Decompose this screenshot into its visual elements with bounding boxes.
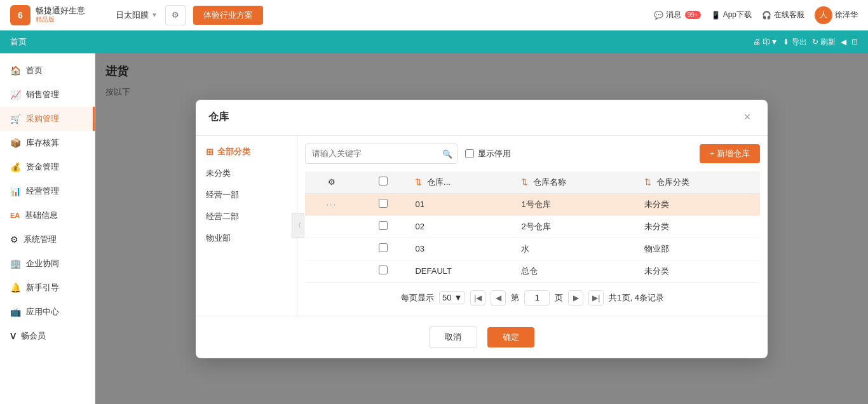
warehouse-modal: 仓库 × ⊞ 全部分类 未分类 经营一: [196, 100, 768, 358]
category-collapse-button[interactable]: 《: [292, 213, 304, 238]
trial-button[interactable]: 体验行业方案: [193, 6, 263, 25]
sidebar-item-member[interactable]: V 畅会员: [0, 324, 95, 348]
apps-icon: 📺: [10, 307, 21, 317]
sort-icon-category: ⇅: [644, 177, 651, 187]
online-service-action[interactable]: 🎧 在线客服: [762, 10, 804, 20]
sidebar-item-apps[interactable]: 📺 应用中心: [0, 300, 95, 324]
sidebar-item-operations[interactable]: 📊 经营管理: [0, 179, 95, 203]
message-icon: 💬: [654, 11, 663, 20]
confirm-button[interactable]: 确定: [487, 327, 534, 347]
collapse-icon[interactable]: ◀: [841, 37, 846, 46]
row-actions: [305, 238, 358, 260]
row-name: 2号仓库: [513, 215, 637, 238]
export-action[interactable]: ⬇ 导出: [783, 37, 806, 48]
row-name: 水: [513, 238, 637, 260]
inventory-icon: 📦: [10, 138, 21, 148]
category-item-unclassified[interactable]: 未分类: [196, 163, 297, 184]
system-icon: ⚙: [10, 234, 18, 245]
user-action[interactable]: 人 徐泽华: [815, 6, 858, 24]
finance-icon: 💰: [10, 162, 21, 172]
modal-title: 仓库: [208, 111, 229, 124]
row-actions: [305, 260, 358, 282]
th-name[interactable]: ⇅ 仓库名称: [513, 172, 637, 194]
sidebar-item-inventory[interactable]: 📦 库存核算: [0, 131, 95, 155]
modal-footer: 取消 确定: [196, 316, 768, 358]
show-disabled-checkbox[interactable]: [465, 149, 474, 158]
pagination: 每页显示 50 ▼ |◀ ◀ 第 页 ▶ ▶| 共: [305, 283, 760, 308]
next-page-button[interactable]: ▶: [568, 290, 583, 306]
sidebar-item-purchase[interactable]: 🛒 采购管理: [0, 107, 95, 131]
first-page-button[interactable]: |◀: [470, 290, 485, 306]
page-size-select[interactable]: 50 ▼: [439, 291, 465, 304]
row-checkbox[interactable]: [379, 243, 388, 252]
chevron-down-icon: ▼: [454, 293, 462, 302]
category-item-operations1[interactable]: 经营一部: [196, 184, 297, 206]
app-name: 畅捷通好生意: [36, 6, 85, 16]
table-area: 🔍 显示停用 + 新增仓库: [297, 136, 768, 316]
modal-body: ⊞ 全部分类 未分类 经营一部 经营二部 物业部: [196, 136, 768, 316]
row-category: 未分类: [637, 193, 760, 215]
row-actions: ···: [305, 193, 358, 215]
table-row[interactable]: DEFAULT 总仓 未分类: [305, 260, 760, 282]
sidebar-item-system[interactable]: ⚙ 系统管理: [0, 227, 95, 252]
avatar: 人: [815, 6, 832, 24]
category-header[interactable]: ⊞ 全部分类: [196, 141, 297, 163]
content-area: 进货 按以下 仓库 × ⊞ 全部分类: [95, 53, 868, 404]
sidebar-item-home[interactable]: 🏠 首页: [0, 58, 95, 83]
row-checkbox-cell: [358, 238, 408, 260]
category-item-operations2[interactable]: 经营二部: [196, 206, 297, 227]
print-action[interactable]: 🖨 印▼: [753, 37, 778, 48]
cancel-button[interactable]: 取消: [429, 327, 477, 348]
guide-icon: 🔔: [10, 283, 21, 293]
prev-page-button[interactable]: ◀: [491, 290, 506, 306]
show-disabled-wrap: 显示停用: [465, 148, 511, 159]
message-action[interactable]: 💬 消息 99+: [654, 10, 701, 20]
modal-close-button[interactable]: ×: [740, 110, 755, 125]
th-category[interactable]: ⇅ 仓库分类: [637, 172, 760, 194]
page-suffix: 页: [555, 292, 563, 304]
th-code[interactable]: ⇅ 仓库...: [407, 172, 513, 194]
modal-header: 仓库 ×: [196, 100, 768, 136]
table-row[interactable]: ··· 01 1号仓库 未分类: [305, 193, 760, 215]
category-item-property[interactable]: 物业部: [196, 227, 297, 249]
app-download-action[interactable]: 📱 App下载: [711, 10, 752, 20]
row-checkbox[interactable]: [379, 266, 388, 274]
select-all-checkbox[interactable]: [379, 177, 388, 185]
search-icon[interactable]: 🔍: [442, 149, 452, 158]
store-selector[interactable]: 日太阳膜 ▼: [116, 10, 158, 21]
row-checkbox[interactable]: [379, 221, 388, 230]
sidebar-item-enterprise[interactable]: 🏢 企业协同: [0, 252, 95, 276]
grid-icon: ⊞: [206, 147, 214, 157]
table-body: ··· 01 1号仓库 未分类 02: [305, 193, 760, 282]
gear-icon: ⚙: [172, 10, 179, 20]
expand-icon[interactable]: ⊡: [851, 37, 858, 46]
main-layout: 🏠 首页 📈 销售管理 🛒 采购管理 📦 库存核算 💰 资金管理 📊 经营管理 …: [0, 53, 868, 404]
row-num: DEFAULT: [407, 260, 513, 282]
subnav-home[interactable]: 首页: [10, 36, 27, 48]
sidebar-item-finance[interactable]: 💰 资金管理: [0, 155, 95, 179]
table-header: ⚙ ⇅ 仓库...: [305, 172, 760, 194]
add-warehouse-button[interactable]: + 新增仓库: [700, 144, 760, 163]
th-settings: ⚙: [305, 172, 358, 194]
sidebar: 🏠 首页 📈 销售管理 🛒 采购管理 📦 库存核算 💰 资金管理 📊 经营管理 …: [0, 53, 95, 404]
row-checkbox[interactable]: [379, 199, 388, 208]
sidebar-item-sales[interactable]: 📈 销售管理: [0, 83, 95, 107]
table-row[interactable]: 03 水 物业部: [305, 238, 760, 260]
sidebar-item-basic-info[interactable]: EA 基础信息: [0, 203, 95, 227]
page-number-input[interactable]: [524, 290, 550, 306]
last-page-button[interactable]: ▶|: [588, 290, 604, 306]
row-num: 03: [407, 238, 513, 260]
refresh-action[interactable]: ↻ 刷新: [812, 37, 836, 48]
purchase-icon: 🛒: [10, 114, 21, 124]
nav-area: 日太阳膜 ▼ ⚙ 体验行业方案: [105, 5, 654, 25]
app-sub: 精品版: [36, 15, 85, 24]
row-name: 1号仓库: [513, 193, 637, 215]
total-info: 共1页, 4条记录: [609, 292, 664, 304]
table-row[interactable]: 02 2号仓库 未分类: [305, 215, 760, 238]
phone-icon: 📱: [711, 11, 721, 20]
search-input[interactable]: [305, 144, 458, 164]
settings-button[interactable]: ⚙: [165, 5, 186, 25]
row-category: 未分类: [637, 215, 760, 238]
th-checkbox: [358, 172, 408, 194]
sidebar-item-guide[interactable]: 🔔 新手引导: [0, 276, 95, 300]
